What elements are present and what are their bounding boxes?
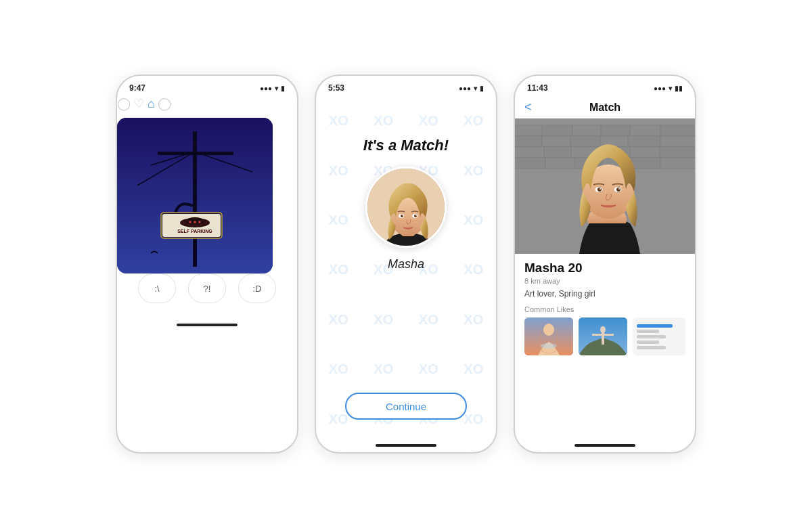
- battery-icon-2: ▮: [480, 85, 484, 92]
- svg-point-59: [543, 324, 554, 336]
- phone-2: 5:53 ●●● ▾ ▮ XOXOXOXO XOXOXOXO XOXOXOXO …: [315, 74, 497, 454]
- status-bar-1: 9:47 ●●● ▾ ▮: [117, 76, 297, 96]
- photo-card-1: SELF PARKING: [117, 118, 273, 273]
- christ-thumbnail: [579, 317, 627, 355]
- svg-point-12: [194, 221, 196, 223]
- svg-point-24: [415, 215, 416, 215]
- wifi-icon-2: ▾: [474, 85, 477, 92]
- svg-text:SELF PARKING: SELF PARKING: [177, 229, 212, 234]
- home-indicator-3: [574, 444, 635, 447]
- svg-rect-26: [515, 125, 542, 136]
- time-2: 5:53: [328, 83, 344, 93]
- match-screen: XOXOXOXO XOXOXOXO XOXOXOXO XOXOXOXO XOXO…: [316, 96, 496, 444]
- svg-point-13: [199, 221, 201, 223]
- svg-rect-34: [570, 136, 600, 147]
- svg-point-64: [600, 326, 606, 333]
- nav-chat-icon[interactable]: ◯: [158, 97, 171, 110]
- continue-button[interactable]: Continue: [345, 393, 467, 420]
- status-icons-3: ●●● ▾ ▮▮: [654, 85, 683, 92]
- svg-point-23: [402, 215, 403, 215]
- text-line-5: [637, 346, 666, 349]
- svg-rect-42: [630, 147, 660, 158]
- nav-home-icon[interactable]: ⌂: [148, 97, 155, 110]
- night-scene-svg: SELF PARKING: [117, 118, 273, 273]
- svg-rect-49: [660, 158, 695, 169]
- phone-1: 9:47 ●●● ▾ ▮ ◯ ♡ ⌂ ◯: [116, 74, 298, 454]
- venus-thumbnail: [524, 317, 573, 355]
- like-thumb-1: [524, 317, 573, 355]
- svg-point-11: [189, 221, 191, 223]
- signal-icon-3: ●●●: [654, 85, 666, 92]
- match-name: Masha: [388, 257, 424, 271]
- home-indicator-2: [376, 444, 436, 447]
- common-likes-label: Common Likes: [524, 305, 685, 313]
- btn-neutral[interactable]: :\: [138, 273, 176, 303]
- status-bar-2: 5:53 ●●● ▾ ▮: [316, 76, 496, 96]
- phone-3: 11:43 ●●● ▾ ▮▮ < Match: [514, 74, 696, 454]
- svg-rect-44: [515, 158, 545, 169]
- top-bar-3: < Match: [515, 96, 695, 118]
- like-thumb-text: [633, 317, 685, 355]
- nav-heart-icon[interactable]: ♡: [133, 97, 144, 110]
- svg-rect-31: [660, 125, 695, 136]
- header-title: Match: [589, 102, 621, 114]
- battery-icon-3: ▮▮: [675, 85, 683, 92]
- nav-bar-1: ◯ ♡ ⌂ ◯: [117, 96, 297, 111]
- status-bar-3: 11:43 ●●● ▾ ▮▮: [515, 76, 695, 96]
- phone1-content: SELF PARKING :\ ?! :D: [117, 111, 297, 324]
- svg-rect-30: [630, 125, 660, 136]
- svg-rect-29: [601, 125, 630, 136]
- svg-rect-63: [592, 334, 614, 336]
- svg-point-56: [600, 188, 601, 190]
- svg-rect-36: [628, 136, 660, 147]
- profile-photo-svg: [515, 118, 695, 254]
- text-line-4: [637, 340, 659, 344]
- phones-container: 9:47 ●●● ▾ ▮ ◯ ♡ ⌂ ◯: [116, 74, 696, 454]
- btn-curious[interactable]: ?!: [188, 273, 226, 303]
- text-line-2: [637, 330, 659, 333]
- svg-rect-45: [545, 158, 574, 169]
- home-indicator-1: [177, 324, 238, 326]
- status-icons-2: ●●● ▾ ▮: [459, 85, 484, 92]
- btn-happy[interactable]: :D: [238, 273, 276, 303]
- time-3: 11:43: [527, 83, 548, 93]
- profile-info: Masha 20 8 km away Art lover, Spring gir…: [515, 254, 695, 444]
- svg-rect-48: [632, 158, 660, 169]
- like-thumb-2: [579, 317, 627, 355]
- avatar-svg: [367, 169, 447, 248]
- text-line-3: [637, 335, 666, 338]
- svg-point-55: [616, 188, 621, 192]
- svg-point-54: [597, 188, 602, 192]
- text-line-1: [637, 324, 673, 328]
- svg-point-60: [541, 343, 557, 349]
- signal-icon-2: ●●●: [459, 85, 471, 92]
- nav-person-icon[interactable]: ◯: [117, 97, 131, 110]
- svg-rect-28: [572, 125, 601, 136]
- profile-distance: 8 km away: [524, 277, 685, 285]
- time-1: 9:47: [129, 83, 145, 93]
- match-title: It's a Match!: [363, 137, 449, 154]
- svg-rect-38: [515, 147, 544, 158]
- svg-rect-39: [544, 147, 571, 158]
- battery-icon-1: ▮: [281, 85, 285, 92]
- common-likes-row: [524, 317, 685, 355]
- svg-rect-32: [515, 136, 542, 147]
- svg-rect-43: [660, 147, 695, 158]
- signal-icon-1: ●●●: [260, 85, 272, 92]
- status-icons-1: ●●● ▾ ▮: [260, 85, 285, 92]
- profile-name: Masha 20: [524, 261, 685, 276]
- wifi-icon-3: ▾: [669, 85, 672, 92]
- profile-bio: Art lover, Spring girl: [524, 289, 685, 299]
- profile-photo: [515, 118, 695, 254]
- match-avatar: [365, 167, 447, 248]
- wifi-icon-1: ▾: [275, 85, 278, 92]
- back-button[interactable]: <: [524, 100, 532, 114]
- svg-rect-37: [660, 136, 695, 147]
- svg-point-57: [618, 188, 620, 190]
- action-buttons: :\ ?! :D: [117, 273, 297, 303]
- svg-rect-33: [542, 136, 570, 147]
- svg-rect-27: [542, 125, 572, 136]
